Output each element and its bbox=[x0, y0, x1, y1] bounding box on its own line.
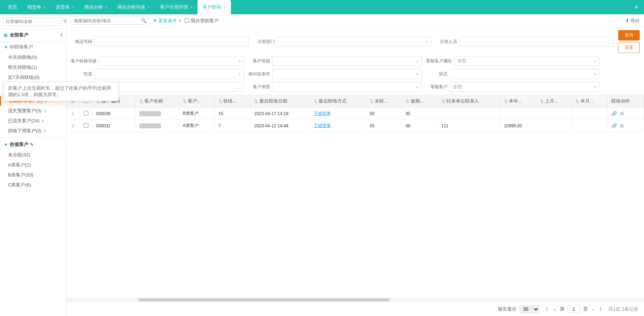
retail-customer-label: 零散客户 bbox=[426, 84, 448, 90]
table-row: 1 000039 B类客户 15 2023-04-17 14:19: 下销货单 … bbox=[66, 108, 644, 120]
scroll-thumb[interactable] bbox=[138, 298, 390, 301]
sort-icon[interactable]: ⇅ bbox=[218, 99, 222, 104]
sort-icon[interactable]: ⇅ bbox=[406, 99, 409, 104]
edit-icon[interactable]: ✎ bbox=[30, 142, 34, 147]
sort-icon[interactable]: ⇅ bbox=[370, 99, 374, 104]
col-action: 联络动作 bbox=[607, 95, 644, 108]
sort-icon[interactable]: ⇅ bbox=[314, 99, 318, 104]
sidebar-item-c-class[interactable]: C类客户(6) bbox=[0, 180, 66, 190]
chevron-down-icon: ∨ bbox=[594, 85, 596, 89]
col-contacts: ⇅ 往来单位联系人 bbox=[437, 95, 500, 108]
price-level-select[interactable]: ∨ bbox=[99, 56, 244, 66]
tab-purchase-order[interactable]: 进货单 × bbox=[51, 0, 79, 14]
close-icon[interactable]: × bbox=[223, 5, 226, 9]
row-select-checkbox[interactable] bbox=[84, 123, 88, 128]
horizontal-scrollbar[interactable] bbox=[66, 298, 644, 302]
sidebar-item-already-lost[interactable]: 已流失客户(24) ℹ bbox=[0, 116, 66, 126]
link-icon[interactable]: 🔗 bbox=[611, 123, 617, 128]
tab-product-analysis-list[interactable]: 商品分析列表 × bbox=[112, 0, 155, 14]
next-page-button[interactable]: › bbox=[591, 306, 595, 313]
sidebar-item-b-class[interactable]: B类客户(33) bbox=[0, 170, 66, 180]
close-icon[interactable]: × bbox=[105, 5, 107, 9]
row-checkbox[interactable] bbox=[79, 108, 92, 120]
sidebar-item-ungrouped[interactable]: 未分组(32) bbox=[0, 150, 66, 160]
info-icon: ℹ bbox=[44, 109, 46, 113]
chevron-down-icon: ∨ bbox=[594, 72, 596, 76]
phone-input[interactable] bbox=[94, 37, 249, 47]
manager-input[interactable]: ... bbox=[459, 37, 614, 47]
col-this-year: ⇅ 本年... bbox=[500, 95, 536, 108]
info-icon: ℹ bbox=[42, 119, 43, 123]
link-icon[interactable]: 🔗 bbox=[611, 111, 617, 116]
more-conditions-button[interactable]: ▼ 更多条件 ∨ bbox=[153, 18, 182, 24]
sort-icon[interactable]: ⇅ bbox=[139, 99, 143, 104]
nature-select[interactable]: ∨ bbox=[94, 69, 244, 79]
filter-row-4: ... 客户类型 ∨ 零散客户 全部 ∨ bbox=[71, 82, 640, 92]
filter-row-3: 性质 ∨ 收付款条件 ∨ 状态 bbox=[71, 69, 640, 79]
pagination: 每页显示 50 100 200 《 ‹ 第 页 › 》 共1页 2条记录 bbox=[66, 302, 644, 316]
grid-action-icon[interactable]: ⊞ bbox=[620, 123, 624, 128]
window-close-button[interactable]: × bbox=[631, 4, 641, 11]
sidebar-item-lost-prediction[interactable]: 流失预警客户(3) ℹ bbox=[0, 106, 66, 116]
value-customer-title[interactable]: ▼ 价值客户 ✎ bbox=[0, 139, 66, 150]
per-page-select[interactable]: 50 100 200 bbox=[519, 305, 539, 313]
retail-customer-select[interactable]: 全部 ∨ bbox=[450, 82, 599, 92]
sidebar-search-input[interactable] bbox=[3, 17, 62, 26]
close-icon[interactable]: × bbox=[190, 5, 193, 9]
export-button[interactable]: ⬆ 导出 bbox=[625, 18, 640, 24]
all-customers-title: ⊞ 全部客户 《 bbox=[0, 29, 66, 42]
sidebar-item-tomorrow[interactable]: 明天待联络(1) bbox=[0, 62, 66, 72]
first-page-button[interactable]: 《 bbox=[542, 305, 550, 313]
customer-type-select[interactable]: ∨ bbox=[272, 82, 422, 92]
collapse-button[interactable]: 《 bbox=[58, 32, 62, 38]
row-last-method[interactable]: 下销货单 bbox=[310, 120, 366, 132]
prev-page-button[interactable]: ‹ bbox=[552, 306, 557, 313]
close-icon[interactable]: × bbox=[148, 5, 150, 9]
retail-attr-select[interactable]: 全部 ∨ bbox=[454, 56, 599, 66]
last-page-button[interactable]: 》 bbox=[598, 305, 606, 313]
my-customer-checkbox[interactable] bbox=[185, 18, 189, 23]
search-icon[interactable]: 🔍 bbox=[141, 18, 147, 23]
sort-icon[interactable]: ⇅ bbox=[540, 99, 544, 104]
sidebar-item-continuous-down[interactable]: 持续下滑客户(2) ℹ bbox=[0, 126, 66, 136]
chevron-down-icon: ∨ bbox=[416, 72, 418, 76]
status-select[interactable]: ∨ bbox=[450, 69, 599, 79]
sort-icon[interactable]: ⇅ bbox=[254, 99, 258, 104]
sort-icon[interactable]: ⇅ bbox=[183, 99, 187, 104]
row-contact: 7 bbox=[215, 120, 251, 132]
chevron-down-icon: ∨ bbox=[594, 59, 596, 63]
close-icon[interactable]: × bbox=[72, 5, 74, 9]
dept-select[interactable]: ∨ bbox=[277, 37, 431, 47]
tab-product-analysis[interactable]: 商品分析 × bbox=[79, 0, 112, 14]
sort-icon[interactable]: ⇅ bbox=[504, 99, 508, 104]
row-checkbox[interactable] bbox=[79, 120, 92, 132]
sidebar-search-button[interactable]: 🔍 bbox=[63, 19, 66, 24]
payment-select[interactable]: ∨ bbox=[272, 69, 422, 79]
tab-sales-order[interactable]: 销货单 × bbox=[22, 0, 51, 14]
tab-customer-contact[interactable]: 客户联络 × bbox=[198, 0, 231, 14]
my-customer-checkbox-area[interactable]: 我分管的客户 bbox=[185, 18, 219, 24]
settings-button[interactable]: 设置 bbox=[618, 42, 640, 53]
sidebar-item-today[interactable]: 今天待联络(0) bbox=[0, 52, 66, 62]
row-select-checkbox[interactable] bbox=[84, 111, 88, 115]
triangle-icon: ▼ bbox=[4, 142, 8, 147]
sidebar-item-7days[interactable]: 近7天待联络(0) bbox=[0, 72, 66, 82]
filter-field-manager: 分管人员 ... bbox=[436, 37, 614, 47]
col-last-month: ⇅ 上月... bbox=[536, 95, 572, 108]
tab-customer-segmentation[interactable]: 客户分层经营 × bbox=[155, 0, 198, 14]
sidebar-item-a-class[interactable]: A类客户(1) bbox=[0, 160, 66, 170]
main-search-input[interactable] bbox=[74, 18, 139, 23]
page-number-input[interactable] bbox=[567, 306, 580, 313]
query-button[interactable]: 查询 bbox=[618, 30, 640, 41]
page-unit: 页 bbox=[583, 306, 588, 312]
close-icon[interactable]: × bbox=[43, 5, 46, 9]
pending-contact-group-title[interactable]: ▼ 待联络客户 bbox=[0, 42, 66, 52]
grid-action-icon[interactable]: ⊞ bbox=[620, 111, 624, 116]
sort-icon[interactable]: ⇅ bbox=[575, 99, 579, 104]
row-last-method[interactable]: 下销货单 bbox=[310, 108, 366, 120]
search-input-wrap[interactable]: 🔍 bbox=[71, 16, 150, 25]
filter-field-status: 状态 ∨ bbox=[426, 69, 599, 79]
sort-icon[interactable]: ⇅ bbox=[441, 99, 445, 104]
customer-level-select[interactable]: ∨ bbox=[272, 56, 422, 66]
tab-home[interactable]: 首页 bbox=[3, 0, 22, 14]
